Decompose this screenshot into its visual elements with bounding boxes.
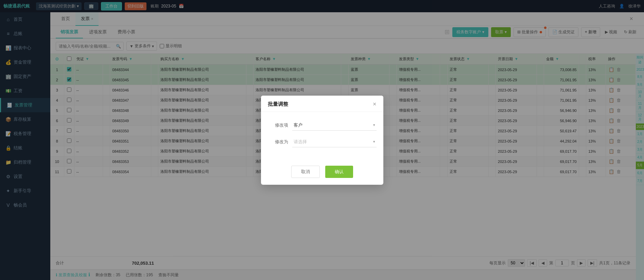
modal-body: 修改项 客户 ▾ 修改为 请选择 ▾ (261, 112, 383, 162)
field1-label: 修改项 (268, 122, 288, 128)
form-row-field1: 修改项 客户 ▾ (268, 120, 377, 131)
form-row-field2: 修改为 请选择 ▾ (268, 137, 377, 147)
chevron-down-icon2: ▾ (373, 139, 375, 144)
modal-title: 批量调整 (268, 101, 288, 108)
modal-footer: 取消 确认 (261, 162, 383, 185)
chevron-down-icon: ▾ (373, 123, 375, 127)
modal-header: 批量调整 × (261, 96, 383, 112)
cancel-btn[interactable]: 取消 (291, 166, 320, 178)
batch-adjust-modal: 批量调整 × 修改项 客户 ▾ 修改为 请选择 ▾ 取消 确认 (261, 96, 383, 185)
confirm-btn[interactable]: 确认 (325, 166, 353, 178)
field2-select[interactable]: 请选择 ▾ (292, 137, 377, 147)
field1-select[interactable]: 客户 ▾ (292, 120, 377, 131)
modal-overlay[interactable]: 批量调整 × 修改项 客户 ▾ 修改为 请选择 ▾ 取消 确认 (0, 0, 644, 280)
field2-label: 修改为 (268, 139, 288, 145)
modal-close-btn[interactable]: × (373, 101, 377, 107)
